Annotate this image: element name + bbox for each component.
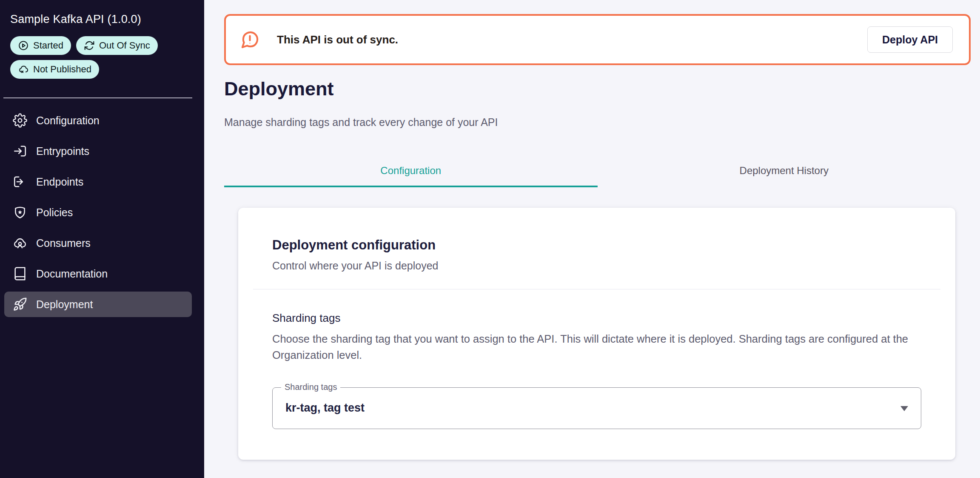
- out-of-sync-banner: This API is out of sync. Deploy API: [224, 14, 971, 65]
- sidebar-item-documentation[interactable]: Documentation: [4, 261, 192, 286]
- sidebar-item-label: Configuration: [36, 114, 100, 127]
- sidebar-item-entrypoints[interactable]: Entrypoints: [4, 138, 192, 164]
- sharding-tags-select-value: kr-tag, tag test: [285, 401, 365, 415]
- alert-bubble-icon: [240, 30, 260, 50]
- deploy-api-button[interactable]: Deploy API: [867, 26, 953, 53]
- page-subtitle: Manage sharding tags and track every cha…: [224, 116, 971, 129]
- arrow-into-box-icon: [13, 144, 27, 158]
- sync-icon: [84, 40, 95, 51]
- sidebar-nav: Configuration Entrypoints: [0, 108, 204, 317]
- status-badge-label: Not Published: [33, 64, 91, 75]
- api-status-badges: Started Out Of Sync: [10, 36, 180, 79]
- sidebar-item-label: Documentation: [36, 268, 108, 280]
- tab-deployment-history[interactable]: Deployment History: [598, 156, 971, 187]
- api-title: Sample Kafka API (1.0.0): [10, 13, 194, 26]
- card-divider: [253, 289, 940, 289]
- chevron-down-icon: [900, 406, 908, 411]
- arrow-out-of-box-icon: [13, 175, 27, 189]
- sidebar-divider: [3, 97, 192, 98]
- rocket-icon: [13, 297, 27, 312]
- main-content: This API is out of sync. Deploy API Depl…: [204, 0, 980, 478]
- sidebar-item-label: Consumers: [36, 237, 91, 249]
- deployment-tabs: Configuration Deployment History: [224, 156, 971, 187]
- sidebar-item-configuration[interactable]: Configuration: [4, 108, 192, 133]
- sidebar-item-label: Policies: [36, 206, 73, 219]
- sidebar-item-label: Deployment: [36, 298, 93, 311]
- api-sidebar: Sample Kafka API (1.0.0) Started: [0, 0, 204, 478]
- card-subtitle: Control where your API is deployed: [272, 260, 921, 272]
- deployment-configuration-card: Deployment configuration Control where y…: [238, 208, 955, 460]
- sharding-tags-description: Choose the sharding tag that you want to…: [272, 331, 921, 364]
- sidebar-item-policies[interactable]: Policies: [4, 200, 192, 225]
- sharding-tags-select-label: Sharding tags: [281, 382, 340, 392]
- sidebar-item-label: Entrypoints: [36, 145, 89, 157]
- cloud-unpublished-icon: [18, 64, 29, 75]
- sidebar-item-consumers[interactable]: Consumers: [4, 230, 192, 256]
- sidebar-item-label: Endpoints: [36, 176, 83, 188]
- gear-icon: [13, 113, 27, 128]
- tab-configuration[interactable]: Configuration: [224, 156, 598, 187]
- banner-message: This API is out of sync.: [277, 33, 398, 46]
- status-badge-started: Started: [10, 36, 71, 55]
- status-badge-not-published: Not Published: [10, 60, 99, 79]
- status-badge-label: Started: [33, 40, 63, 51]
- sidebar-item-deployment[interactable]: Deployment: [4, 292, 192, 317]
- sidebar-item-endpoints[interactable]: Endpoints: [4, 169, 192, 195]
- sharding-tags-section-label: Sharding tags: [272, 312, 921, 325]
- card-title: Deployment configuration: [272, 238, 921, 253]
- sharding-tags-select[interactable]: Sharding tags kr-tag, tag test: [272, 387, 921, 429]
- shield-star-icon: [13, 205, 27, 220]
- cloud-user-icon: [13, 236, 27, 250]
- status-badge-label: Out Of Sync: [99, 40, 150, 51]
- play-circle-icon: [18, 40, 29, 51]
- page-title: Deployment: [224, 78, 971, 100]
- status-badge-out-of-sync: Out Of Sync: [76, 36, 158, 55]
- book-icon: [13, 266, 27, 281]
- app-window: Sample Kafka API (1.0.0) Started: [0, 0, 980, 478]
